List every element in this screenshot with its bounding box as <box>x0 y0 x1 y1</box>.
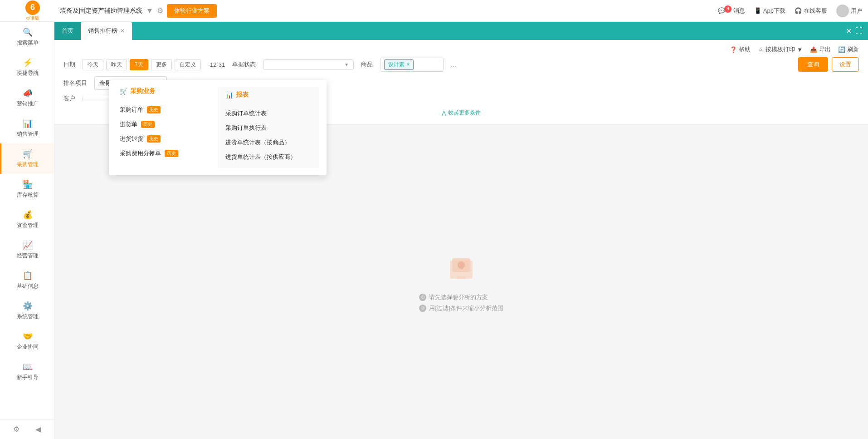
sidebar-label-inventory: 库存核算 <box>17 191 39 199</box>
sidebar-item-inventory[interactable]: 🏪 库存核算 <box>0 174 54 204</box>
goods-chip: 设计素 × <box>384 59 414 70</box>
goods-dots[interactable]: ... <box>451 61 456 68</box>
sidebar-settings-btn[interactable]: ⚙ <box>13 425 20 434</box>
date-end-value: -12-31 <box>208 61 225 68</box>
system-title-area: 装备及固定资产辅助管理系统 ▼ ⚙ 体验行业方案 <box>60 4 718 18</box>
nav-icon: ⚡ <box>23 58 33 68</box>
doc-status-arrow: ▼ <box>344 62 349 67</box>
date-tag-yesterday[interactable]: 昨天 <box>106 59 127 70</box>
action-btns: 查询 设置 <box>798 57 859 72</box>
menu-incoming-stats-goods[interactable]: 进货单统计表（按商品） <box>225 135 312 150</box>
goods-label: 商品 <box>361 60 373 69</box>
basic-info-icon: 📋 <box>23 271 33 281</box>
date-tag-today[interactable]: 今天 <box>83 59 103 70</box>
collapse-btn[interactable]: ⋀ 收起更多条件 <box>438 107 484 118</box>
refresh-btn[interactable]: 🔄 刷新 <box>838 45 859 54</box>
system-title: 装备及固定资产辅助管理系统 <box>60 7 142 15</box>
sidebar-item-cooperation[interactable]: 🤝 企业协同 <box>0 326 54 356</box>
rank-label: 排名项目 <box>63 79 87 87</box>
online-service-item[interactable]: 🎧 在线客服 <box>795 7 827 15</box>
expense-alloc-label: 采购费用分摊单 <box>120 149 161 158</box>
purchase-section: 🛒 采购业务 采购订单 历史 进货单 历史 进货退货 历史 <box>116 87 218 168</box>
date-tag-group: 今天 昨天 7天 更多 自定义 <box>83 59 201 70</box>
tab-close-icon[interactable]: ✕ <box>120 28 125 34</box>
tab-expand-icon[interactable]: ⛶ <box>855 27 863 35</box>
message-item[interactable]: 💬 9 消息 <box>718 7 745 15</box>
report-section-title: 📊 报表 <box>225 91 312 102</box>
sidebar-item-basic-info[interactable]: 📋 基础信息 <box>0 265 54 296</box>
tab-active-label: 销售排行榜 <box>88 27 117 35</box>
svg-rect-3 <box>457 276 466 279</box>
user-label: 用户 <box>851 7 863 15</box>
inventory-icon: 🏪 <box>23 179 33 189</box>
sidebar-item-sales[interactable]: 📊 销售管理 <box>0 113 54 143</box>
empty-tip-2: ② 用[过滤]条件来缩小分析范围 <box>419 304 503 312</box>
return-label: 进货退货 <box>120 135 143 143</box>
menu-po-exec[interactable]: 采购订单执行表 <box>225 121 312 135</box>
date-tag-custom[interactable]: 自定义 <box>175 59 201 70</box>
menu-expense-alloc[interactable]: 采购费用分摊单 历史 <box>120 146 214 161</box>
settings-icon[interactable]: ⚙ <box>157 6 163 15</box>
sidebar-item-marketing[interactable]: 📣 营销推广 <box>0 83 54 113</box>
tab-home-label: 首页 <box>62 27 73 35</box>
date-tag-7days[interactable]: 7天 <box>130 59 148 70</box>
tab-close-all-icon[interactable]: ✕ <box>846 27 852 35</box>
goods-input-area[interactable]: 设计素 × <box>380 58 444 72</box>
export-btn[interactable]: 📤 导出 <box>810 45 831 54</box>
tip-text-1: 请先选择要分析的方案 <box>429 293 488 301</box>
sidebar-item-finance[interactable]: 💰 资金管理 <box>0 204 54 235</box>
system-icon: ⚙️ <box>23 301 33 311</box>
report-section: 📊 报表 采购订单统计表 采购订单执行表 进货单统计表（按商品） 进货单统计表（… <box>218 87 319 168</box>
user-item[interactable]: 用户 <box>836 5 863 17</box>
incoming-label: 进货单 <box>120 120 137 128</box>
goods-chip-close[interactable]: × <box>406 61 410 68</box>
menu-return[interactable]: 进货退货 历史 <box>120 132 214 146</box>
tab-bar: 首页 销售排行榜 ✕ ✕ ⛶ <box>54 22 868 40</box>
guide-icon: 📖 <box>23 362 33 372</box>
print-btn[interactable]: 🖨 按模板打印 ▼ <box>758 45 803 54</box>
collapse-up-icon: ⋀ <box>442 110 446 116</box>
content-inner: ❓ 帮助 🖨 按模板打印 ▼ 📤 导出 🔄 刷新 <box>54 40 868 439</box>
query-btn[interactable]: 查询 <box>798 57 828 72</box>
sidebar-label-basic-info: 基础信息 <box>17 282 39 290</box>
sidebar-collapse-btn[interactable]: ◀ <box>35 425 41 434</box>
sidebar-item-guide[interactable]: 📖 新手引导 <box>0 356 54 387</box>
help-icon: ❓ <box>730 46 737 53</box>
menu-po-stats[interactable]: 采购订单统计表 <box>225 106 312 121</box>
purchase-order-hist: 历史 <box>147 106 161 113</box>
logo-area: 6 标准版 <box>5 0 60 21</box>
doc-status-select[interactable]: ▼ <box>263 59 354 70</box>
report-section-label: 报表 <box>236 91 249 99</box>
top-header: 6 标准版 装备及固定资产辅助管理系统 ▼ ⚙ 体验行业方案 💬 9 消息 📱 … <box>0 0 868 22</box>
print-dropdown-arrow[interactable]: ▼ <box>797 46 803 53</box>
app-download-item[interactable]: 📱 App下载 <box>754 7 785 15</box>
menu-incoming[interactable]: 进货单 历史 <box>120 117 214 132</box>
sidebar-item-operations[interactable]: 📈 经营管理 <box>0 235 54 265</box>
menu-incoming-stats-supplier[interactable]: 进货单统计表（按供应商） <box>225 150 312 164</box>
industry-btn[interactable]: 体验行业方案 <box>167 4 217 18</box>
tab-home[interactable]: 首页 <box>54 22 81 40</box>
title-dropdown-arrow[interactable]: ▼ <box>146 7 153 15</box>
sidebar-label-system: 系统管理 <box>17 313 39 321</box>
sidebar-item-nav[interactable]: ⚡ 快捷导航 <box>0 52 54 83</box>
sidebar: 🔍 搜索菜单 ⚡ 快捷导航 📣 营销推广 📊 销售管理 🛒 采购管理 🏪 库存核… <box>0 22 54 439</box>
purchase-icon: 🛒 <box>23 149 33 159</box>
sidebar-item-purchase[interactable]: 🛒 采购管理 <box>0 143 54 174</box>
settings-btn[interactable]: 设置 <box>832 57 859 72</box>
collapse-label: 收起更多条件 <box>448 109 481 117</box>
date-tag-more[interactable]: 更多 <box>151 59 172 70</box>
logo-subtext: 标准版 <box>26 15 39 21</box>
menu-purchase-order[interactable]: 采购订单 历史 <box>120 103 214 117</box>
sidebar-item-system[interactable]: ⚙️ 系统管理 <box>0 296 54 326</box>
tab-sales-ranking[interactable]: 销售排行榜 ✕ <box>81 22 132 40</box>
help-btn[interactable]: ❓ 帮助 <box>730 45 751 54</box>
sidebar-item-search[interactable]: 🔍 搜索菜单 <box>0 22 54 52</box>
sidebar-label-search: 搜索菜单 <box>17 39 39 47</box>
sidebar-label-operations: 经营管理 <box>17 252 39 260</box>
refresh-icon: 🔄 <box>838 46 845 53</box>
main-layout: 🔍 搜索菜单 ⚡ 快捷导航 📣 营销推广 📊 销售管理 🛒 采购管理 🏪 库存核… <box>0 22 868 439</box>
sidebar-label-cooperation: 企业协同 <box>17 343 39 351</box>
tip-num-1: ① <box>419 294 426 301</box>
help-label: 帮助 <box>739 45 751 54</box>
message-label: 消息 <box>733 7 745 15</box>
